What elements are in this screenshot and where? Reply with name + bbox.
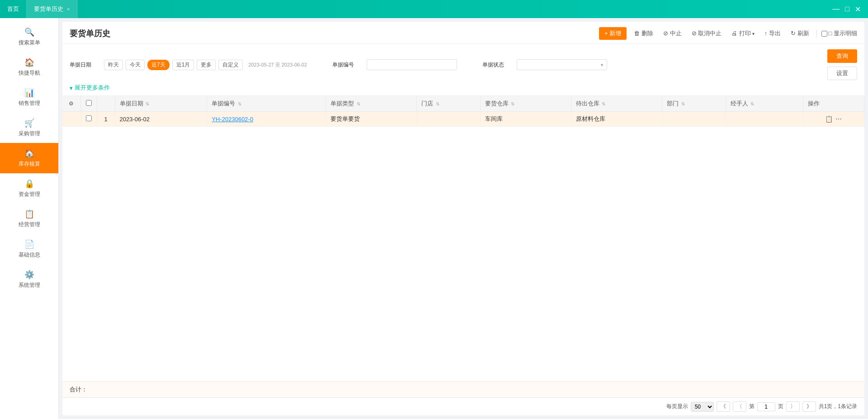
first-page-button[interactable]: 《 bbox=[717, 401, 730, 412]
sort-pending-warehouse-icon: ⇅ bbox=[602, 101, 605, 106]
col-header-settings[interactable]: ⚙ bbox=[62, 96, 80, 112]
last-page-button[interactable]: 》 bbox=[802, 401, 816, 412]
minimize-icon[interactable]: — bbox=[832, 5, 840, 13]
inventory-icon: 🏠 bbox=[24, 148, 34, 158]
tab-doc-history-label: 要货单历史 bbox=[34, 5, 63, 13]
new-button[interactable]: + 新增 bbox=[599, 27, 627, 40]
print-button[interactable]: 🖨 打印 ▾ bbox=[729, 28, 757, 39]
tab-close-icon[interactable]: × bbox=[67, 6, 70, 12]
maximize-icon[interactable]: □ bbox=[845, 5, 849, 13]
date-btn-more[interactable]: 更多 bbox=[197, 60, 216, 70]
sidebar-item-system[interactable]: ⚙️ 系统管理 bbox=[0, 264, 58, 295]
toolbar: + 新增 🗑 删除 ⊘ 中止 ⊘ 取消中止 🖨 打印 ▾ ↑ 导出 bbox=[599, 27, 857, 40]
date-btn-yesterday[interactable]: 昨天 bbox=[104, 60, 123, 70]
page-size-label: 每页显示 bbox=[666, 403, 688, 410]
settings-button[interactable]: 设置 bbox=[827, 67, 857, 80]
row-view-icon[interactable]: 📋 bbox=[825, 115, 833, 123]
purchase-icon: 🛒 bbox=[24, 118, 34, 128]
sidebar-item-purchase-label: 采购管理 bbox=[19, 130, 40, 138]
filter-doc-status-select[interactable] bbox=[521, 62, 603, 68]
col-header-department[interactable]: 部门 ⇅ bbox=[662, 96, 726, 112]
row-actions: 📋 ⋯ bbox=[803, 112, 864, 127]
page-label: 第 bbox=[749, 403, 755, 410]
page-number-input[interactable] bbox=[757, 402, 775, 411]
action-icons: 📋 ⋯ bbox=[808, 115, 859, 123]
expand-chevron-icon: ▾ bbox=[70, 85, 73, 91]
filter-doc-number-input[interactable] bbox=[367, 59, 457, 70]
new-button-label: + 新增 bbox=[604, 29, 621, 38]
sidebar-item-sales-label: 销售管理 bbox=[19, 100, 40, 107]
stop-button[interactable]: ⊘ 中止 bbox=[660, 28, 684, 39]
sidebar-item-finance-label: 资金管理 bbox=[19, 190, 40, 198]
delete-button-label: 🗑 删除 bbox=[634, 29, 653, 38]
filter-row-1: 单据日期 昨天 今天 近7天 近1月 更多 自定义 2023-05-27 至 2… bbox=[70, 49, 857, 80]
filter-area: 单据日期 昨天 今天 近7天 近1月 更多 自定义 2023-05-27 至 2… bbox=[62, 44, 864, 96]
row-doc-number-link[interactable]: YH-20230602-0 bbox=[212, 116, 253, 123]
row-num: 1 bbox=[97, 112, 115, 127]
select-all-checkbox[interactable] bbox=[86, 100, 92, 106]
sidebar-item-basic[interactable]: 📄 基础信息 bbox=[0, 234, 58, 264]
table-body: 1 2023-06-02 YH-20230602-0 要货单要货 bbox=[62, 112, 864, 127]
sidebar-item-search-menu[interactable]: 🔍 搜索菜单 bbox=[0, 22, 58, 52]
close-icon[interactable]: ✕ bbox=[855, 5, 861, 14]
tab-bar: 首页 要货单历史 × bbox=[0, 0, 825, 18]
sort-doc-date-icon: ⇅ bbox=[146, 101, 149, 106]
col-header-doc-date[interactable]: 单据日期 ⇅ bbox=[115, 96, 207, 112]
sidebar-item-inventory[interactable]: 🏠 库存核算 bbox=[0, 143, 58, 173]
tab-doc-history[interactable]: 要货单历史 × bbox=[27, 0, 77, 18]
export-button[interactable]: ↑ 导出 bbox=[762, 28, 783, 39]
row-doc-type: 要货单要货 bbox=[326, 112, 417, 127]
filter-date-buttons: 昨天 今天 近7天 近1月 更多 自定义 2023-05-27 至 2023-0… bbox=[104, 60, 307, 70]
next-page-button[interactable]: 〉 bbox=[786, 401, 800, 412]
table-row: 1 2023-06-02 YH-20230602-0 要货单要货 bbox=[62, 112, 864, 127]
cancel-stop-button[interactable]: ⊘ 取消中止 bbox=[689, 28, 725, 39]
system-icon: ⚙️ bbox=[24, 270, 34, 280]
page-size-select[interactable]: 50 10 20 100 bbox=[691, 402, 714, 412]
data-table: ⚙ 单据日期 ⇅ 单据编号 ⇅ bbox=[62, 96, 864, 127]
display-detail-button[interactable]: □ 显示明细 bbox=[821, 29, 857, 38]
display-detail-checkbox[interactable] bbox=[821, 31, 827, 37]
col-header-doc-type[interactable]: 单据类型 ⇅ bbox=[326, 96, 417, 112]
row-more-icon[interactable]: ⋯ bbox=[835, 115, 842, 123]
sidebar-item-quick-nav[interactable]: 🏠 快捷导航 bbox=[0, 52, 58, 82]
row-department bbox=[662, 112, 726, 127]
sidebar-item-operations[interactable]: 📋 经营管理 bbox=[0, 204, 58, 234]
date-btn-1month[interactable]: 近1月 bbox=[172, 60, 194, 70]
col-header-handler[interactable]: 经手人 ⇅ bbox=[726, 96, 803, 112]
tab-home[interactable]: 首页 bbox=[0, 0, 27, 18]
sidebar-item-sales[interactable]: 📊 销售管理 bbox=[0, 82, 58, 113]
col-header-req-warehouse[interactable]: 要货仓库 ⇅ bbox=[480, 96, 571, 112]
cancel-stop-button-label: ⊘ 取消中止 bbox=[692, 29, 722, 38]
date-btn-7days[interactable]: 近7天 bbox=[147, 60, 170, 70]
date-btn-custom[interactable]: 自定义 bbox=[218, 60, 243, 70]
expand-conditions-button[interactable]: ▾ 展开更多条件 bbox=[70, 84, 857, 92]
query-button[interactable]: 查询 bbox=[827, 49, 857, 63]
row-pending-warehouse: 原材料仓库 bbox=[571, 112, 662, 127]
col-doc-type-label: 单据类型 bbox=[330, 100, 354, 107]
col-header-actions: 操作 bbox=[803, 96, 864, 112]
col-header-doc-number[interactable]: 单据编号 ⇅ bbox=[207, 96, 326, 112]
col-header-store[interactable]: 门店 ⇅ bbox=[417, 96, 481, 112]
display-detail-label: □ 显示明细 bbox=[829, 29, 857, 38]
col-header-pending-warehouse[interactable]: 待出仓库 ⇅ bbox=[571, 96, 662, 112]
sidebar-item-purchase[interactable]: 🛒 采购管理 bbox=[0, 113, 58, 143]
sidebar-item-finance[interactable]: 🔒 资金管理 bbox=[0, 173, 58, 204]
refresh-button[interactable]: ↻ 刷新 bbox=[788, 28, 812, 39]
window-controls: — □ ✕ bbox=[825, 5, 868, 14]
delete-button[interactable]: 🗑 删除 bbox=[631, 28, 656, 39]
prev-page-button[interactable]: 〈 bbox=[733, 401, 746, 412]
sidebar-item-search-menu-label: 搜索菜单 bbox=[19, 39, 40, 47]
col-pending-warehouse-label: 待出仓库 bbox=[576, 100, 599, 107]
search-menu-icon: 🔍 bbox=[24, 27, 34, 37]
export-button-label: ↑ 导出 bbox=[764, 29, 781, 38]
print-button-label: 🖨 打印 bbox=[731, 29, 751, 38]
sort-req-warehouse-icon: ⇅ bbox=[511, 101, 514, 106]
col-actions-label: 操作 bbox=[808, 100, 820, 107]
row-checkbox[interactable] bbox=[86, 115, 92, 121]
table-footer: 合计： bbox=[62, 381, 864, 397]
filter-actions: 查询 设置 bbox=[827, 49, 857, 80]
date-btn-today[interactable]: 今天 bbox=[126, 60, 145, 70]
filter-doc-status-select-wrapper[interactable]: ▾ bbox=[517, 59, 607, 70]
sort-handler-icon: ⇅ bbox=[750, 101, 754, 106]
select-chevron-icon: ▾ bbox=[601, 62, 603, 67]
